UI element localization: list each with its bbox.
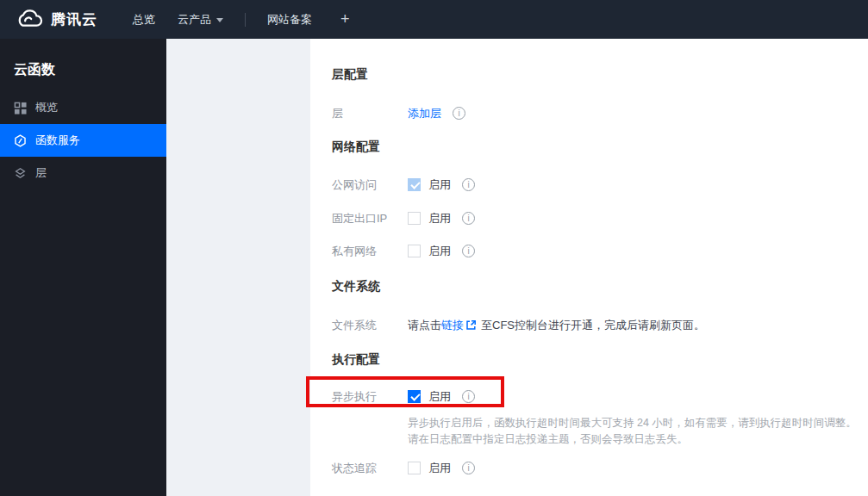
topbar: 腾讯云 总览 云产品 网站备案 + bbox=[0, 0, 868, 39]
external-link-icon[interactable] bbox=[465, 319, 477, 331]
sidebar-item-label: 函数服务 bbox=[35, 133, 80, 148]
grid-icon bbox=[14, 102, 27, 115]
add-tab-icon[interactable]: + bbox=[328, 10, 362, 28]
nav-overview[interactable]: 总览 bbox=[122, 12, 166, 28]
public-network-checkbox bbox=[408, 178, 421, 191]
nav-cloud-products-label: 云产品 bbox=[178, 12, 211, 28]
nav-overview-label: 总览 bbox=[133, 12, 155, 28]
public-network-label: 公网访问 bbox=[332, 177, 408, 193]
async-description-line1: 异步执行启用后，函数执行超时时间最大可支持 24 小时，如有需要，请到执行超时时… bbox=[408, 415, 868, 431]
nav-icp-filing-label: 网站备案 bbox=[267, 12, 312, 28]
enable-label: 启用 bbox=[428, 211, 451, 226]
sidebar: 云函数 概览 bbox=[0, 39, 166, 496]
secondary-panel bbox=[166, 39, 310, 496]
info-icon[interactable]: i bbox=[462, 462, 475, 474]
file-system-label: 文件系统 bbox=[332, 318, 408, 333]
add-layer-link[interactable]: 添加层 bbox=[408, 106, 441, 121]
async-execution-checkbox[interactable] bbox=[408, 390, 421, 403]
async-execution-description: 异步执行启用后，函数执行超时时间最大可支持 24 小时，如有需要，请到执行超时时… bbox=[408, 415, 868, 448]
enable-label: 启用 bbox=[428, 461, 451, 476]
status-tracking-row: 状态追踪 启用 i bbox=[332, 461, 475, 475]
enable-label: 启用 bbox=[428, 244, 451, 259]
status-tracking-label: 状态追踪 bbox=[332, 461, 408, 476]
note-suffix: 至CFS控制台进行开通，完成后请刷新页面。 bbox=[481, 318, 705, 333]
section-heading-file-system: 文件系统 bbox=[332, 279, 380, 294]
top-navigation: 总览 云产品 网站备案 + bbox=[122, 10, 362, 28]
layers-icon bbox=[14, 167, 27, 180]
section-heading-execution-config: 执行配置 bbox=[332, 352, 380, 368]
async-execution-label: 异步执行 bbox=[332, 389, 408, 405]
info-icon[interactable]: i bbox=[462, 178, 475, 191]
enable-label: 启用 bbox=[428, 177, 451, 193]
nav-divider bbox=[245, 13, 246, 27]
info-icon[interactable]: i bbox=[462, 390, 475, 403]
file-system-row: 文件系统 请点击 链接 至CFS控制台进行开通，完成后请刷新页面。 bbox=[332, 318, 705, 332]
section-heading-layer-config: 层配置 bbox=[332, 67, 368, 83]
note-prefix: 请点击 bbox=[408, 318, 441, 333]
info-icon[interactable]: i bbox=[462, 212, 475, 225]
async-description-line2: 请在日志配置中指定日志投递主题，否则会导致日志丢失。 bbox=[408, 431, 868, 448]
private-network-checkbox[interactable] bbox=[408, 245, 421, 257]
sidebar-item-label: 层 bbox=[35, 165, 47, 181]
fixed-outbound-ip-label: 固定出口IP bbox=[332, 211, 408, 226]
function-config-panel: 层配置 层 添加层 i 网络配置 公网访问 启用 i 固定出口IP 启用 i 私… bbox=[310, 39, 868, 496]
file-system-note: 请点击 链接 至CFS控制台进行开通，完成后请刷新页面。 bbox=[408, 318, 705, 333]
private-network-row: 私有网络 启用 i bbox=[332, 244, 475, 258]
info-icon[interactable]: i bbox=[453, 107, 465, 120]
function-hexagon-icon bbox=[14, 134, 27, 147]
tencent-cloud-console: 腾讯云 总览 云产品 网站备案 + 云函数 bbox=[0, 0, 868, 496]
brand-title[interactable]: 腾讯云 bbox=[51, 9, 97, 29]
section-heading-network-config: 网络配置 bbox=[332, 140, 380, 155]
sidebar-menu: 概览 函数服务 层 bbox=[0, 91, 166, 189]
tencent-cloud-logo-icon[interactable] bbox=[16, 9, 43, 30]
private-network-label: 私有网络 bbox=[332, 244, 408, 259]
nav-icp-filing[interactable]: 网站备案 bbox=[256, 12, 323, 28]
layer-row: 层 添加层 i bbox=[332, 106, 465, 121]
fixed-outbound-ip-checkbox[interactable] bbox=[408, 212, 421, 225]
status-tracking-checkbox[interactable] bbox=[408, 462, 421, 474]
enable-label: 启用 bbox=[428, 389, 451, 405]
layer-label: 层 bbox=[332, 106, 408, 121]
sidebar-item-overview[interactable]: 概览 bbox=[0, 91, 166, 124]
sidebar-item-layers[interactable]: 层 bbox=[0, 157, 166, 189]
nav-cloud-products[interactable]: 云产品 bbox=[166, 12, 234, 28]
chevron-down-icon bbox=[216, 18, 223, 22]
sidebar-item-label: 概览 bbox=[35, 100, 58, 115]
sidebar-item-function-service[interactable]: 函数服务 bbox=[0, 124, 166, 157]
info-icon[interactable]: i bbox=[462, 245, 475, 257]
sidebar-product-title: 云函数 bbox=[0, 39, 166, 79]
cfs-console-link[interactable]: 链接 bbox=[441, 318, 464, 333]
fixed-outbound-ip-row: 固定出口IP 启用 i bbox=[332, 211, 475, 226]
async-execution-row: 异步执行 启用 i bbox=[332, 389, 475, 404]
public-network-row: 公网访问 启用 i bbox=[332, 177, 475, 192]
